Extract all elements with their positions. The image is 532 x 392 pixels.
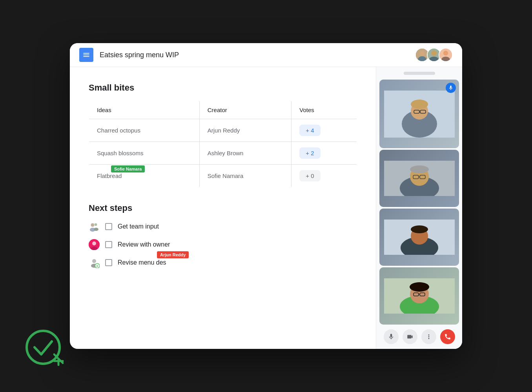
svg-point-30 [410,165,429,173]
table-row: Squash blossoms Ashley Brown + 2 [89,142,357,165]
team-avatar-icon [89,221,100,232]
ideas-table: Ideas Creator Votes Charred octopus Arju… [89,101,357,187]
svg-point-37 [411,225,428,233]
video-top-bar [376,67,462,80]
collaborator-avatar-3 [439,48,453,62]
cell-idea-1: Charred octopus [89,119,200,142]
svg-point-9 [91,223,95,227]
svg-point-23 [411,100,428,109]
section-next-steps: Next steps Get team input [89,203,357,268]
svg-point-11 [94,223,97,226]
collaborator-avatars [415,48,453,62]
svg-point-4 [431,50,437,56]
video-controls [376,325,462,349]
cell-votes-2: + 2 [292,142,357,165]
cursor-tooltip-arjun: Arjun Reddy [157,251,189,258]
svg-point-8 [441,56,450,62]
cell-creator-1: Arjun Reddy [199,119,292,142]
video-tile-4 [379,267,459,325]
assign-icon: + [89,257,100,268]
cursor-tooltip-sofie: Sofie Namara [111,165,145,172]
svg-point-12 [94,228,98,231]
more-button[interactable] [421,329,436,344]
section-next-steps-title: Next steps [89,203,357,213]
svg-point-41 [410,282,429,292]
checklist-item-1: Get team input [89,221,357,232]
section-small-bites: Small bites Ideas Creator Votes Charred … [89,83,357,187]
col-header-votes: Votes [292,101,357,119]
col-header-ideas: Ideas [89,101,200,119]
cell-idea-2: Squash blossoms [89,142,200,165]
col-header-creator: Creator [199,101,292,119]
svg-point-45 [27,331,60,364]
video-tile-2 [379,150,459,207]
checklist-label-3: Revise menu des Arjun Reddy [118,259,166,266]
vote-badge-3[interactable]: + 0 [299,170,320,181]
document-area: Small bites Ideas Creator Votes Charred … [70,67,376,349]
checklist-label-2: Review with owner [118,241,170,248]
svg-point-14 [92,241,96,245]
video-tile-1 [379,80,459,148]
cell-votes-1: + 4 [292,119,357,142]
app-window: Eatsies spring menu WIP [70,43,462,349]
svg-point-5 [429,56,438,62]
cell-creator-2: Ashley Brown [199,142,292,165]
checkbox-2[interactable] [105,241,112,248]
vote-badge-1[interactable]: + 4 [299,125,320,136]
end-call-button[interactable] [440,329,455,344]
cell-creator-3: Sofie Namara [199,165,292,187]
mic-button[interactable] [384,329,399,344]
checklist-item-3: + Revise menu des Arjun Reddy [89,257,357,268]
video-panel [376,67,462,349]
document-title: Eatsies spring menu WIP [100,51,415,59]
app-icon [79,48,93,62]
svg-point-7 [443,51,448,55]
mic-active-icon [446,83,456,93]
table-row: Flatbread Sofie Namara Sofie Namara + 0 [89,165,357,187]
video-button[interactable] [403,329,417,344]
section-small-bites-title: Small bites [89,83,357,93]
checkbox-1[interactable] [105,223,112,230]
checklist-item-2: Review with owner [89,239,357,250]
video-top-pill [404,72,435,75]
cell-votes-3: + 0 [292,165,357,187]
svg-text:+: + [96,264,98,268]
video-tile-3 [379,209,459,266]
cell-idea-3: Flatbread Sofie Namara [89,165,200,187]
checklist-label-1: Get team input [118,223,159,230]
checkbox-3[interactable] [105,259,112,266]
svg-point-1 [420,51,425,56]
main-content: Small bites Ideas Creator Votes Charred … [70,67,462,349]
person-avatar-icon [89,239,100,250]
svg-point-16 [92,259,96,263]
table-row: Charred octopus Arjun Reddy + 4 [89,119,357,142]
svg-point-2 [418,56,426,62]
video-grid [376,80,462,325]
header: Eatsies spring menu WIP [70,43,462,67]
vote-badge-2[interactable]: + 2 [299,147,320,159]
checkmark-decoration [24,324,67,368]
